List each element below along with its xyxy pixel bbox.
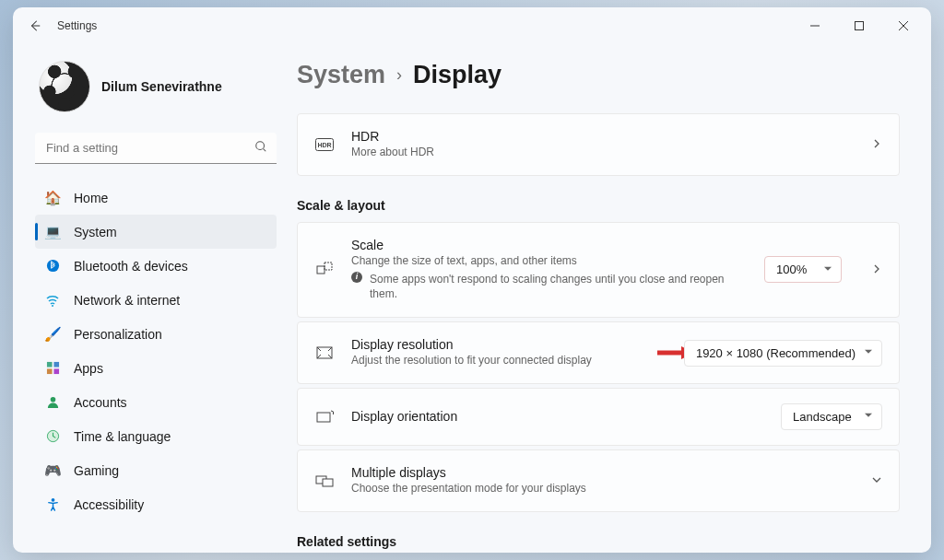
nav-label: Network & internet [74,293,180,308]
avatar [39,61,90,112]
nav-label: Accounts [74,395,127,410]
nav-bluetooth[interactable]: Bluetooth & devices [35,249,277,283]
scale-note: Some apps won't respond to scaling chang… [370,272,748,303]
search-input[interactable] [35,133,277,164]
resolution-icon [314,343,335,363]
person-icon [44,394,61,411]
scale-dropdown[interactable]: 100% [764,256,842,283]
search-icon [254,140,267,157]
svg-rect-4 [46,362,52,368]
svg-rect-18 [323,479,333,486]
svg-rect-5 [53,362,59,368]
nav-apps[interactable]: Apps [35,351,277,385]
nav-label: Gaming [74,463,119,478]
main-content[interactable]: System › Display HDR HDR More about HDR … [288,44,931,553]
clock-icon [44,428,61,445]
nav: 🏠Home 💻System Bluetooth & devices Networ… [35,181,277,542]
card-subtitle: Change the size of text, apps, and other… [351,253,748,269]
hdr-icon: HDR [314,134,335,155]
hdr-card[interactable]: HDR HDR More about HDR [297,113,900,176]
maximize-button[interactable] [839,12,879,40]
close-icon [899,21,908,30]
accessibility-icon [44,496,61,513]
nav-network[interactable]: Network & internet [35,283,277,317]
card-title: Multiple displays [351,465,855,480]
scale-icon [314,260,335,280]
orientation-icon [314,406,335,426]
breadcrumb-current: Display [413,61,502,89]
bluetooth-icon [44,258,61,274]
minimize-icon [810,21,820,30]
close-button[interactable] [883,12,924,40]
nav-time[interactable]: Time & language [35,419,277,453]
breadcrumb-parent[interactable]: System [297,61,385,89]
minimize-button[interactable] [795,12,835,40]
multiple-displays-card[interactable]: Multiple displays Choose the presentatio… [297,449,900,512]
displays-icon [314,471,335,491]
window-title: Settings [57,19,97,32]
svg-rect-16 [317,413,330,422]
wifi-icon [44,292,61,309]
sidebar: Dilum Senevirathne 🏠Home 💻System Bluetoo… [13,44,288,553]
gaming-icon: 🎮 [44,462,61,479]
chevron-right-icon [871,136,882,153]
window-controls [795,12,924,40]
username: Dilum Senevirathne [101,79,222,94]
resolution-dropdown[interactable]: 1920 × 1080 (Recommended) [684,340,882,367]
scale-card[interactable]: Scale Change the size of text, apps, and… [297,222,900,318]
apps-icon [44,360,61,377]
body: Dilum Senevirathne 🏠Home 💻System Bluetoo… [13,44,931,553]
nav-accounts[interactable]: Accounts [35,385,277,419]
search-box[interactable] [35,133,277,164]
settings-window: Settings Dilum Senevirathne 🏠Home 💻Syste… [13,7,931,553]
back-button[interactable] [20,11,50,41]
card-title: HDR [351,129,855,144]
svg-rect-7 [53,368,59,374]
maximize-icon [855,21,864,30]
chevron-right-icon: › [396,65,402,85]
chevron-down-icon [871,472,882,489]
svg-rect-13 [317,266,324,274]
section-scale-layout: Scale & layout [297,198,900,213]
orientation-card[interactable]: Display orientation Landscape [297,388,900,446]
card-subtitle: Choose the presentation mode for your di… [351,481,855,496]
chevron-right-icon [871,262,882,278]
nav-system[interactable]: 💻System [35,215,277,249]
svg-rect-14 [324,262,332,270]
nav-label: Apps [74,361,103,376]
svg-rect-6 [46,368,52,374]
nav-accessibility[interactable]: Accessibility [35,487,277,521]
svg-point-8 [50,397,55,402]
system-icon: 💻 [44,224,61,240]
nav-label: Home [74,191,108,205]
nav-label: System [74,225,117,239]
card-subtitle: More about HDR [351,145,855,160]
resolution-card[interactable]: Display resolution Adjust the resolution… [297,321,900,384]
card-title: Display resolution [351,337,667,352]
nav-label: Time & language [74,429,171,444]
brush-icon: 🖌️ [44,326,61,343]
nav-label: Bluetooth & devices [74,259,188,274]
profile[interactable]: Dilum Senevirathne [35,44,277,133]
titlebar: Settings [13,7,931,44]
svg-point-1 [256,142,265,150]
svg-point-10 [51,498,54,502]
orientation-dropdown[interactable]: Landscape [781,403,882,430]
card-subtitle: Adjust the resolution to fit your connec… [351,353,667,368]
back-arrow-icon [29,19,41,32]
nav-label: Personalization [74,327,162,342]
svg-rect-0 [856,22,864,30]
nav-label: Accessibility [74,497,144,512]
section-related: Related settings [297,534,900,549]
home-icon: 🏠 [44,190,61,206]
nav-personalization[interactable]: 🖌️Personalization [35,317,277,351]
card-title: Display orientation [351,409,764,424]
svg-text:HDR: HDR [317,142,331,148]
svg-point-3 [52,305,53,307]
card-title: Scale [351,238,748,252]
nav-gaming[interactable]: 🎮Gaming [35,453,277,487]
nav-home[interactable]: 🏠Home [35,181,277,215]
breadcrumb: System › Display [297,61,900,89]
info-icon: i [351,272,362,283]
